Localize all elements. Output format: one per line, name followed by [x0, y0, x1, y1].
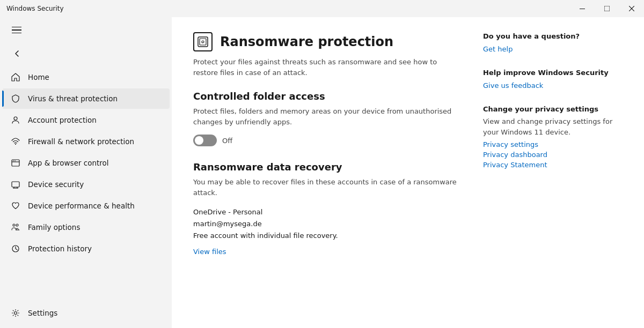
svg-rect-10 [12, 182, 19, 187]
controlled-folder-toggle[interactable] [193, 135, 217, 146]
sidebar-item-virus[interactable]: Virus & threat protection [2, 88, 170, 109]
sidebar-item-family-label: Family options [28, 223, 80, 232]
sidebar-item-firewall[interactable]: Firewall & network protection [2, 131, 170, 152]
sidebar-item-home-label: Home [28, 73, 49, 81]
hamburger-line [12, 27, 21, 28]
sidebar-bottom: Settings [0, 298, 172, 324]
svg-point-15 [16, 224, 18, 226]
content-right: Do you have a question? Get help Help im… [483, 32, 623, 313]
svg-rect-6 [12, 160, 19, 166]
close-button[interactable] [619, 0, 644, 17]
onedrive-email: martin@mysega.de [193, 218, 462, 230]
sidebar-item-virus-label: Virus & threat protection [28, 94, 118, 103]
window-controls [570, 0, 644, 17]
person-icon [11, 115, 20, 125]
svg-point-9 [14, 160, 16, 161]
heart-icon [11, 201, 20, 211]
right-question-heading: Do you have a question? [483, 32, 623, 40]
svg-point-21 [202, 41, 204, 43]
page-icon [193, 32, 213, 51]
right-privacy-section: Change your privacy settings View and ch… [483, 105, 623, 169]
page-header: Ransomware protection [193, 32, 462, 51]
controlled-folder-description: Protect files, folders and memory areas … [193, 106, 462, 127]
history-icon [11, 244, 20, 254]
home-icon [11, 72, 20, 82]
sidebar-item-browser[interactable]: App & browser control [2, 153, 170, 173]
app-title: Windows Security [6, 5, 64, 12]
onedrive-name: OneDrive - Personal [193, 206, 462, 218]
sidebar-item-device-security-label: Device security [28, 180, 84, 189]
right-improve-section: Help improve Windows Security Give us fe… [483, 69, 623, 90]
gear-icon [11, 308, 20, 318]
privacy-dashboard-link[interactable]: Privacy dashboard [483, 151, 623, 159]
hamburger-line [12, 29, 21, 31]
page-title: Ransomware protection [220, 34, 393, 49]
hamburger-line [12, 33, 21, 34]
svg-point-14 [13, 224, 15, 226]
sidebar-item-settings[interactable]: Settings [2, 303, 170, 323]
toggle-label: Off [222, 137, 232, 145]
sidebar-item-settings-label: Settings [28, 309, 57, 317]
feedback-link[interactable]: Give us feedback [483, 81, 543, 90]
sidebar-item-home[interactable]: Home [2, 67, 170, 87]
page-description: Protect your files against threats such … [193, 57, 462, 78]
sidebar-item-history-label: Protection history [28, 244, 92, 253]
privacy-statement-link[interactable]: Privacy Statement [483, 161, 623, 169]
sidebar-item-account-label: Account protection [28, 116, 97, 124]
right-privacy-heading: Change your privacy settings [483, 105, 623, 113]
svg-rect-20 [200, 39, 206, 45]
browser-icon [11, 158, 20, 168]
privacy-links: Privacy settings Privacy dashboard Priva… [483, 140, 623, 169]
sidebar-item-protection-history[interactable]: Protection history [2, 238, 170, 259]
maximize-button[interactable] [595, 0, 619, 17]
device-icon [11, 180, 20, 189]
recovery-title: Ransomware data recovery [193, 161, 462, 173]
right-privacy-description: View and change privacy settings for you… [483, 116, 623, 137]
sidebar-item-device-health[interactable]: Device performance & health [2, 196, 170, 216]
main-content: Ransomware protection Protect your files… [172, 17, 644, 328]
view-files-link[interactable]: View files [193, 248, 226, 256]
back-button[interactable] [9, 45, 26, 62]
titlebar: Windows Security [0, 0, 644, 17]
sidebar-item-firewall-label: Firewall & network protection [28, 137, 134, 146]
minimize-button[interactable] [570, 0, 595, 17]
sidebar-item-family[interactable]: Family options [2, 217, 170, 237]
content-left: Ransomware protection Protect your files… [193, 32, 462, 313]
svg-point-8 [13, 160, 14, 161]
sidebar: Home Virus & threat protection Account p… [0, 17, 172, 328]
sidebar-item-account[interactable]: Account protection [2, 110, 170, 130]
sidebar-item-device-security[interactable]: Device security [2, 174, 170, 195]
svg-rect-1 [604, 6, 610, 11]
controlled-folder-title: Controlled folder access [193, 91, 462, 102]
toggle-row: Off [193, 135, 462, 146]
sidebar-item-device-health-label: Device performance & health [28, 202, 135, 210]
onedrive-account-type: Free account with individual file recove… [193, 230, 462, 242]
privacy-settings-link[interactable]: Privacy settings [483, 140, 623, 148]
wifi-icon [11, 137, 20, 146]
right-improve-heading: Help improve Windows Security [483, 69, 623, 77]
svg-point-18 [14, 312, 17, 315]
onedrive-info: OneDrive - Personal martin@mysega.de Fre… [193, 206, 462, 242]
app-window: Home Virus & threat protection Account p… [0, 17, 644, 328]
recovery-description: You may be able to recover files in thes… [193, 177, 462, 198]
right-question-section: Do you have a question? Get help [483, 32, 623, 54]
hamburger-button[interactable] [9, 21, 26, 39]
sidebar-top [0, 17, 172, 43]
svg-point-5 [15, 144, 16, 145]
family-icon [11, 222, 20, 232]
get-help-link[interactable]: Get help [483, 45, 513, 53]
svg-point-4 [14, 117, 17, 120]
shield-icon [11, 94, 20, 103]
sidebar-item-browser-label: App & browser control [28, 159, 109, 167]
svg-rect-0 [580, 9, 585, 9]
